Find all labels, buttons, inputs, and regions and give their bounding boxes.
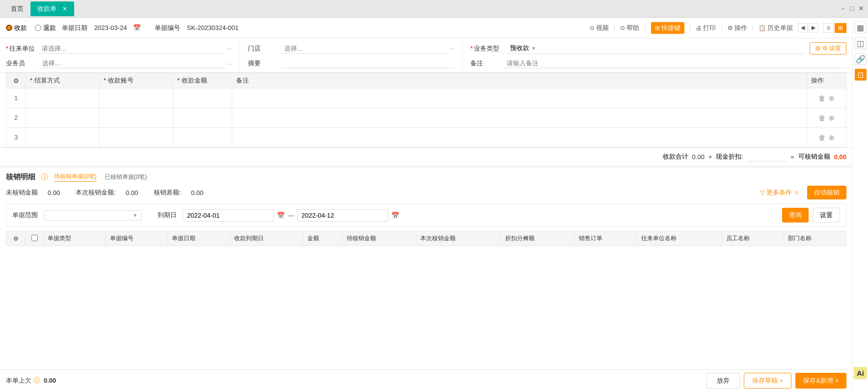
bottom-info-icon[interactable]: ⓘ <box>33 376 40 385</box>
amount-cell-1[interactable] <box>173 88 232 108</box>
shortcut-btn[interactable]: ⊞ 快捷键 <box>651 22 684 34</box>
summary-group: 摘要 <box>248 58 454 68</box>
tab-home[interactable]: 首页 <box>4 1 30 16</box>
settle-cell-3[interactable] <box>26 128 100 147</box>
remark-cell-3[interactable] <box>232 128 807 147</box>
copy-icon-1[interactable]: ⊕ <box>829 94 835 102</box>
pending-tab[interactable]: 待核销单据(0笔) <box>54 172 97 182</box>
bottom-actions: 放弃 保存草稿 ∧ 保存&新增 ∧ <box>706 373 846 389</box>
copy-icon-2[interactable]: ⊕ <box>829 114 835 122</box>
store-more-icon[interactable]: ··· <box>449 45 454 52</box>
ai-label[interactable]: Ai <box>854 367 867 379</box>
receipt-type-radio: 收款 退款 <box>6 24 56 32</box>
view-list-btn[interactable]: ≡ <box>823 23 834 33</box>
nav-next-btn[interactable]: ▶ <box>809 23 818 32</box>
radio-refund[interactable]: 退款 <box>35 24 56 32</box>
window-close-icon[interactable]: ✕ <box>858 4 864 13</box>
draft-arrow-icon: ∧ <box>780 378 783 383</box>
settings-button[interactable]: ⚙ ⚙ 设置 <box>810 42 846 55</box>
maximize-icon[interactable]: □ <box>850 4 854 13</box>
bottom-col-dept: 部门名称 <box>784 231 846 246</box>
action-cell-3: 🗑 ⊕ <box>807 128 846 147</box>
bottom-col-counterpart: 往来单位名称 <box>637 231 722 246</box>
remark-cell-1[interactable] <box>232 88 807 108</box>
history-btn[interactable]: 📋 历史单据 <box>759 24 793 32</box>
salesperson-input[interactable] <box>39 58 224 68</box>
bill-range-arrow-icon: ▼ <box>133 213 137 218</box>
receipt-table: ⚙ * 结算方式 * 收款账号 * 收款金额 备注 操作 1 <box>6 73 846 147</box>
bill-range-select[interactable]: ▼ <box>44 210 142 221</box>
tab-receipt[interactable]: 收款单 ✕ <box>30 1 74 16</box>
current-value: 0.00 <box>126 189 138 196</box>
more-conditions-btn[interactable]: ▽ 更多条件 ∧ <box>760 188 799 197</box>
remark-cell-2[interactable] <box>232 108 807 128</box>
counterpart-group: * 往来单位 ··· <box>6 44 232 54</box>
available-value: 0.00 <box>834 153 846 161</box>
sidebar-icon-4[interactable]: ⊡ <box>855 69 867 81</box>
available-label: 可核销金额 <box>798 152 830 161</box>
recon-info-icon[interactable]: ⓘ <box>41 173 48 182</box>
account-cell-3[interactable] <box>100 128 173 147</box>
this-order-label: 本单上欠 <box>6 376 31 385</box>
recon-summary-row: 未核销金额 0.00 本次核销金额: 0.00 核销差额: 0.00 ▽ 更多条… <box>6 186 846 199</box>
calendar-to-icon[interactable]: 📅 <box>391 212 399 219</box>
settle-cell-2[interactable] <box>26 108 100 128</box>
toolbar: 收款 退款 单据日期 2023-03-24 📅 单据编号 SK-20230324… <box>0 18 852 38</box>
radio-receipt[interactable]: 收款 <box>6 24 27 32</box>
counterpart-input[interactable] <box>39 44 224 54</box>
print-btn[interactable]: 🖨 打印 <box>696 24 716 32</box>
delete-icon-1[interactable]: 🗑 <box>818 94 825 102</box>
query-button[interactable]: 查询 <box>782 208 809 223</box>
remarks-input[interactable] <box>504 58 846 68</box>
abandon-button[interactable]: 放弃 <box>706 373 740 389</box>
account-cell-1[interactable] <box>100 88 173 108</box>
summary-input[interactable] <box>281 58 454 68</box>
select-all-checkbox[interactable] <box>31 235 38 241</box>
col-account-header: * 收款账号 <box>100 73 173 88</box>
summary-row: 收款合计 0.00 + 现金折扣: = 可核销金额 0.00 <box>0 147 852 166</box>
counterpart-more-icon[interactable]: ··· <box>226 45 232 52</box>
sidebar-icon-3[interactable]: 🔗 <box>855 53 867 65</box>
diff-label: 核销差额: <box>154 188 181 197</box>
salesperson-more-icon[interactable]: ··· <box>226 60 232 67</box>
date-to-input[interactable] <box>297 209 388 222</box>
filter-icon: ▽ <box>760 189 765 196</box>
bottom-col-checkbox[interactable] <box>26 231 44 246</box>
bottom-col-settings[interactable]: ⚙ <box>6 231 26 246</box>
sidebar-icon-2[interactable]: ◫ <box>855 37 867 49</box>
delete-icon-3[interactable]: 🗑 <box>818 134 825 141</box>
plus-sign: + <box>708 153 712 161</box>
col-settings-header[interactable]: ⚙ <box>6 73 26 88</box>
filter-settings-button[interactable]: 设置 <box>813 208 840 223</box>
video-btn[interactable]: ⊙ 视频 <box>590 24 609 32</box>
calendar-icon[interactable]: 📅 <box>133 24 141 31</box>
amount-cell-2[interactable] <box>173 108 232 128</box>
done-tab[interactable]: 已核销单据(0笔) <box>105 173 147 181</box>
date-from-input[interactable] <box>183 209 274 222</box>
view-card-btn[interactable]: ⊞ <box>835 23 846 33</box>
delete-icon-2[interactable]: 🗑 <box>818 114 825 122</box>
tab-close-icon[interactable]: ✕ <box>62 5 67 12</box>
action-cell-1: 🗑 ⊕ <box>807 88 846 108</box>
account-cell-2[interactable] <box>100 108 173 128</box>
bill-no-label: 单据编号 <box>155 24 180 32</box>
sidebar-icon-1[interactable]: ▦ <box>855 22 867 33</box>
save-new-button[interactable]: 保存&新增 ∧ <box>795 373 846 389</box>
reconciliation-section: 核销明细 ⓘ 待核销单据(0笔) 已核销单据(0笔) 未核销金额 0.00 本次… <box>0 166 852 369</box>
auto-reconcile-button[interactable]: 自动核销 <box>807 186 846 199</box>
save-draft-button[interactable]: 保存草稿 ∧ <box>744 373 791 389</box>
nav-prev-btn[interactable]: ◀ <box>798 23 808 32</box>
minimize-icon[interactable]: － <box>840 4 846 13</box>
bottom-col-pending: 待核销金额 <box>343 231 416 246</box>
discount-input[interactable] <box>747 152 787 162</box>
settle-cell-1[interactable] <box>26 88 100 108</box>
operation-btn[interactable]: ⚙ 操作 <box>728 24 747 32</box>
help-btn[interactable]: ⊙ 帮助 <box>620 24 639 32</box>
copy-icon-3[interactable]: ⊕ <box>829 134 835 141</box>
store-input[interactable] <box>281 44 447 54</box>
save-new-arrow-icon: ∧ <box>835 378 839 383</box>
amount-cell-3[interactable] <box>173 128 232 147</box>
calendar-from-icon[interactable]: 📅 <box>277 212 285 219</box>
biz-type-select[interactable]: 预收款 ▼ <box>507 43 804 54</box>
col-remark-header: 备注 <box>232 73 807 88</box>
